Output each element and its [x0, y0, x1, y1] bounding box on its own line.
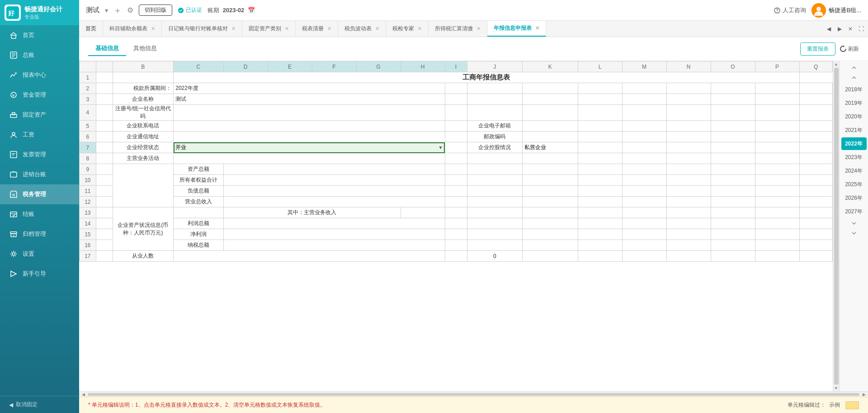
tab-close-tax-change[interactable]: ✕ — [375, 26, 379, 32]
col-header-i[interactable]: I — [445, 61, 467, 72]
hscroll-right-btn[interactable]: ▶ — [861, 393, 867, 396]
cell-3-k[interactable] — [523, 94, 578, 105]
cell-4-i[interactable] — [445, 105, 467, 121]
cell-1-b[interactable] — [113, 72, 174, 83]
vscroll[interactable]: ▲ ▼ — [833, 61, 839, 391]
cell-14-m[interactable] — [622, 218, 666, 229]
reset-report-btn[interactable]: 重置报表 — [800, 42, 835, 56]
cell-7-l[interactable] — [578, 142, 622, 153]
col-header-o[interactable]: O — [711, 61, 755, 72]
hscroll[interactable]: ◀ ▶ — [79, 391, 868, 397]
cell-16-k[interactable] — [523, 240, 578, 251]
cell-4-m[interactable] — [622, 105, 666, 121]
cell-13-m[interactable] — [622, 207, 666, 218]
cell-16-df[interactable] — [223, 240, 445, 251]
sidebar-item-guide[interactable]: 新手引导 — [0, 264, 79, 284]
year-2022[interactable]: 2022年 — [841, 137, 867, 150]
sidebar-item-invoices[interactable]: 发票管理 — [0, 145, 79, 164]
cell-10-l[interactable] — [578, 175, 622, 186]
sidebar-item-archive[interactable]: 归档管理 — [0, 224, 79, 244]
cell-9-k[interactable] — [523, 164, 578, 175]
cell-3-l[interactable] — [578, 94, 622, 105]
cell-12-q[interactable] — [799, 197, 833, 207]
year-2019[interactable]: 2019年 — [841, 97, 867, 109]
tabbar-prev-btn[interactable]: ◀ — [824, 24, 834, 34]
cell-13-h[interactable] — [401, 207, 445, 218]
topbar-service-btn[interactable]: 人工咨询 — [774, 6, 806, 14]
cell-5-i[interactable] — [445, 121, 467, 131]
report-tab-basic[interactable]: 基础信息 — [88, 42, 126, 56]
cell-15-a[interactable] — [96, 229, 113, 240]
cell-11-a[interactable] — [96, 186, 113, 197]
cell-16-n[interactable] — [666, 240, 711, 251]
sidebar-item-fixed-assets[interactable]: 固定资产 — [0, 105, 79, 125]
tab-home[interactable]: 首页 — [79, 21, 103, 37]
cell-13-n[interactable] — [666, 207, 711, 218]
cell-11-k[interactable] — [523, 186, 578, 197]
cell-9-n[interactable] — [666, 164, 711, 175]
cell-1-a[interactable] — [96, 72, 113, 83]
cell-4-c[interactable] — [174, 105, 445, 121]
cell-15-l[interactable] — [578, 229, 622, 240]
cell-5-p[interactable] — [755, 121, 799, 131]
cell-12-k[interactable] — [523, 197, 578, 207]
cell-6-cg[interactable] — [174, 131, 445, 142]
cell-6-i[interactable] — [445, 131, 467, 142]
cell-9-m[interactable] — [622, 164, 666, 175]
sidebar-item-home[interactable]: 首页 — [0, 25, 79, 45]
cell-11-i[interactable] — [445, 186, 467, 197]
cell-10-j[interactable] — [467, 175, 523, 186]
tab-tax-form[interactable]: 税表清册 ✕ — [296, 21, 338, 37]
cell-6-b[interactable]: 企业通信地址 — [113, 131, 174, 142]
cell-5-n[interactable] — [666, 121, 711, 131]
year-scroll-up-btn2[interactable] — [840, 73, 868, 83]
topbar-plus-btn[interactable]: ＋ — [113, 5, 122, 16]
cell-10-a[interactable] — [96, 175, 113, 186]
spreadsheet[interactable]: B C D E F G H I J K — [79, 61, 833, 391]
cell-7-p[interactable] — [755, 142, 799, 153]
year-2021[interactable]: 2021年 — [841, 124, 867, 136]
cell-12-p[interactable] — [755, 197, 799, 207]
cell-16-o[interactable] — [711, 240, 755, 251]
sidebar-item-closing[interactable]: 结账 — [0, 204, 79, 224]
sidebar-collapse-btn[interactable]: ◀ 取消固定 — [0, 396, 79, 413]
cell-6-j[interactable]: 邮政编码 — [467, 131, 523, 142]
cell-15-p[interactable] — [755, 229, 799, 240]
tab-annual-report[interactable]: 年报信息申报表 ✕ — [487, 21, 546, 37]
col-header-m[interactable]: M — [622, 61, 666, 72]
cell-7-m[interactable] — [622, 142, 666, 153]
cell-10-o[interactable] — [711, 175, 755, 186]
cell-5-j[interactable]: 企业电子邮箱 — [467, 121, 523, 131]
cell-12-i[interactable] — [445, 197, 467, 207]
cell-9-j[interactable] — [467, 164, 523, 175]
cell-8-cg[interactable] — [174, 153, 445, 164]
cell-4-j[interactable] — [467, 105, 523, 121]
cell-6-m[interactable] — [622, 131, 666, 142]
cell-4-b[interactable]: 注册号/统一社会信用代码 — [113, 105, 174, 121]
cell-14-i[interactable] — [445, 218, 467, 229]
year-2025[interactable]: 2025年 — [841, 178, 867, 191]
cell-5-cg[interactable] — [174, 121, 445, 131]
cell-3-j[interactable] — [467, 94, 523, 105]
cell-3-o[interactable] — [711, 94, 755, 105]
cell-16-p[interactable] — [755, 240, 799, 251]
cell-3-i[interactable] — [445, 94, 467, 105]
cell-7-j[interactable]: 企业控股情况 — [467, 142, 523, 153]
cell-17-p[interactable] — [755, 251, 799, 262]
sidebar-item-tax[interactable]: 税务管理 — [0, 184, 79, 204]
year-2018[interactable]: 2018年 — [841, 83, 867, 96]
cell-9-a[interactable] — [96, 164, 113, 175]
cell-8-i[interactable] — [445, 153, 467, 164]
cell-5-l[interactable] — [578, 121, 622, 131]
tab-close-fixed-cat[interactable]: ✕ — [285, 26, 289, 32]
tab-tax-change[interactable]: 税负波动表 ✕ — [338, 21, 386, 37]
cell-16-m[interactable] — [622, 240, 666, 251]
cell-15-i[interactable] — [445, 229, 467, 240]
cell-17-a[interactable] — [96, 251, 113, 262]
cell-9-b[interactable] — [113, 164, 174, 207]
col-header-l[interactable]: L — [578, 61, 622, 72]
col-header-j[interactable]: J — [467, 61, 523, 72]
col-header-p[interactable]: P — [755, 61, 799, 72]
cell-12-df[interactable] — [223, 197, 445, 207]
cell-6-n[interactable] — [666, 131, 711, 142]
